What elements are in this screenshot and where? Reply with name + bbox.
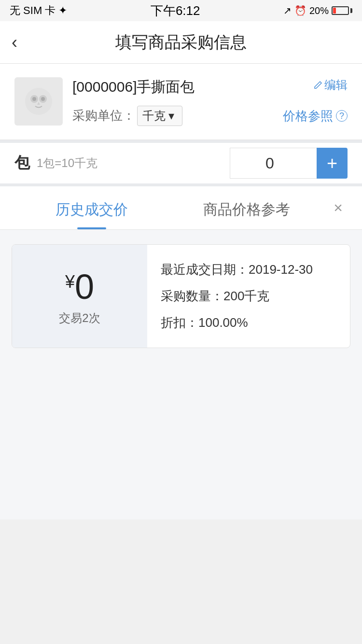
price-ref-button[interactable]: 价格参照 ? [283,108,348,125]
svg-point-0 [25,88,52,115]
quantity-row: 包 1包=10千克 + [0,143,362,186]
svg-point-4 [41,97,45,101]
history-left: ¥0 交易2次 [12,245,147,348]
history-card: ¥0 交易2次 最近成交日期：2019-12-30 采购数量：200千克 折扣：… [12,244,350,348]
nav-bar: ‹ 填写商品采购信息 [0,21,362,64]
detail-qty-value: 200千克 [223,289,269,303]
unit-dropdown-icon: ▾ [168,109,174,123]
history-right: 最近成交日期：2019-12-30 采购数量：200千克 折扣：100.00% [147,245,350,348]
history-price: ¥0 [65,267,94,307]
quantity-unit-badge: 包 [14,153,30,174]
tab-price-ref-label: 商品价格参考 [203,201,290,217]
product-info: [0000006]手撕面包 编辑 采购单位： 千克 ▾ 价格参照 ? [72,77,348,126]
product-card: [0000006]手撕面包 编辑 采购单位： 千克 ▾ 价格参照 ? [0,64,362,140]
quantity-unit-note: 1包=10千克 [37,155,97,171]
product-unit-row: 采购单位： 千克 ▾ 价格参照 ? [72,106,348,126]
detail-qty-label: 采购数量： [161,289,223,303]
detail-discount-value: 100.00% [198,315,248,330]
transaction-count: 交易2次 [59,310,100,326]
tabs-close-button[interactable]: × [324,194,348,222]
detail-date-label: 最近成交日期： [161,262,249,277]
price-value: 0 [75,267,94,306]
status-bar: 无 SIM 卡 ✦ 下午6:12 ↗ ⏰ 20% [0,0,362,21]
detail-discount-label: 折扣： [161,315,198,330]
tab-price-reference[interactable]: 商品价格参考 [169,186,324,229]
alarm-icon: ⏰ [294,5,306,16]
price-ref-icon: ? [336,110,348,122]
tab-history-label: 历史成交价 [56,201,128,217]
tabs-container: 历史成交价 商品价格参考 × [0,186,362,230]
currency-symbol: ¥ [65,272,75,292]
svg-point-3 [32,97,36,101]
edit-label: 编辑 [324,77,348,93]
detail-row-quantity: 采购数量：200千克 [161,287,336,306]
tab-history-price[interactable]: 历史成交价 [14,186,169,229]
back-button[interactable]: ‹ [12,32,17,53]
tab-active-underline [77,227,106,229]
detail-date-value: 2019-12-30 [249,262,313,277]
detail-row-discount: 折扣：100.00% [161,313,336,332]
unit-label-group: 采购单位： 千克 ▾ [72,106,182,126]
unit-label: 采购单位： [72,108,135,123]
quantity-left: 包 1包=10千克 [14,153,97,174]
edit-button[interactable]: 编辑 [314,77,348,93]
sim-status: 无 SIM 卡 ✦ [10,3,67,18]
detail-row-date: 最近成交日期：2019-12-30 [161,260,336,279]
quantity-right: + [230,148,348,179]
battery-percent: 20% [309,5,329,16]
unit-select[interactable]: 千克 ▾ [137,106,182,126]
quantity-input[interactable] [230,148,317,179]
unit-value: 千克 [142,108,166,124]
status-time: 下午6:12 [151,2,200,19]
page-title: 填写商品采购信息 [115,31,247,54]
quantity-plus-button[interactable]: + [317,148,348,179]
price-ref-label: 价格参照 [283,108,333,125]
history-section: ¥0 交易2次 最近成交日期：2019-12-30 采购数量：200千克 折扣：… [0,230,362,519]
product-name: [0000006]手撕面包 [72,77,195,97]
battery-icon [332,6,352,15]
status-left: 无 SIM 卡 ✦ [10,3,67,18]
status-right: ↗ ⏰ 20% [283,5,352,16]
product-image [14,77,63,126]
location-icon: ↗ [283,5,292,16]
product-header: [0000006]手撕面包 编辑 [72,77,348,97]
